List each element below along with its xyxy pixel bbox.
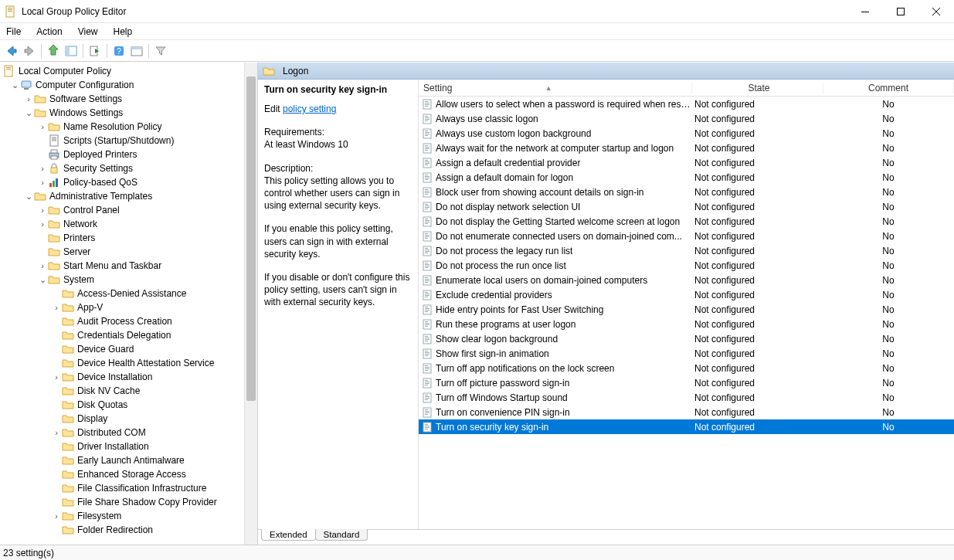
maximize-button[interactable] [883,0,918,22]
show-hide-tree-button[interactable] [63,42,80,59]
tree-item[interactable]: ›Control Panel [2,203,257,217]
policy-row[interactable]: Do not process the run once listNot conf… [419,258,954,273]
navigation-tree[interactable]: Local Computer Policy ⌄ Computer Configu… [0,63,258,545]
policy-row[interactable]: Turn on convenience PIN sign-inNot confi… [419,405,954,419]
tree-item[interactable]: ›Policy-based QoS [2,175,257,189]
policy-row[interactable]: Show first sign-in animationNot configur… [419,346,954,361]
tree-system[interactable]: ⌄System [2,273,257,287]
expand-icon[interactable]: ⌄ [37,275,48,285]
tree-item[interactable]: Credentials Delegation [2,328,257,342]
expand-icon[interactable]: › [37,122,48,131]
tree-item[interactable]: Server [2,245,257,259]
policy-row[interactable]: Do not display network selection UINot c… [419,199,954,214]
filter-button[interactable] [152,42,169,59]
properties-button[interactable] [128,42,145,59]
expand-icon[interactable]: ⌄ [9,80,20,90]
menu-view[interactable]: View [78,26,98,37]
tree-windows-settings[interactable]: ⌄ Windows Settings [2,106,257,120]
scrollbar-thumb[interactable] [246,76,256,401]
policy-row[interactable]: Turn off picture password sign-inNot con… [419,375,954,390]
tree-item[interactable]: Disk Quotas [2,398,257,412]
policy-row[interactable]: Allow users to select when a password is… [419,97,954,111]
expand-icon[interactable]: › [37,261,48,270]
up-button[interactable] [45,42,62,59]
tree-item[interactable]: File Classification Infrastructure [2,481,257,495]
tree-item[interactable]: Access-Denied Assistance [2,287,257,300]
policy-row[interactable]: Always use classic logonNot configuredNo [419,111,954,126]
tree-item[interactable]: ›Start Menu and Taskbar [2,259,257,273]
expand-icon[interactable]: › [23,94,34,104]
expand-icon[interactable]: › [51,372,62,382]
minimize-button[interactable] [847,0,883,22]
tree-item[interactable]: Device Guard [2,342,257,356]
tree-item[interactable]: File Share Shadow Copy Provider [2,495,257,509]
tree-item[interactable]: ›Device Installation [2,370,257,384]
policy-row[interactable]: Hide entry points for Fast User Switchin… [419,302,954,317]
policy-row[interactable]: Turn off Windows Startup soundNot config… [419,390,954,405]
tree-item[interactable]: Display [2,412,257,426]
policy-row[interactable]: Do not enumerate connected users on doma… [419,229,954,243]
tree-software-settings[interactable]: › Software Settings [2,92,257,106]
tree-label: Scripts (Startup/Shutdown) [63,135,174,146]
expand-icon[interactable]: › [37,178,48,187]
expand-icon[interactable]: › [51,303,62,312]
svg-rect-98 [425,308,429,309]
policy-row[interactable]: Do not process the legacy run listNot co… [419,243,954,258]
column-setting[interactable]: Setting ▲ [419,83,691,93]
tree-item[interactable]: ›App-V [2,300,257,314]
expand-icon[interactable]: ⌄ [23,192,34,202]
tree-item[interactable]: ›Filesystem [2,509,257,523]
tab-standard[interactable]: Standard [315,529,368,541]
expand-icon[interactable]: › [37,219,48,229]
policy-row[interactable]: Exclude credential providersNot configur… [419,287,954,302]
tree-item[interactable]: Device Health Attestation Service [2,356,257,370]
tree-item[interactable]: Disk NV Cache [2,384,257,398]
tree-item[interactable]: ›Distributed COM [2,426,257,440]
policy-row[interactable]: Show clear logon backgroundNot configure… [419,331,954,346]
tree-item[interactable]: Driver Installation [2,440,257,453]
menu-file[interactable]: File [6,26,21,37]
expand-icon[interactable]: › [37,164,48,173]
policy-row[interactable]: Enumerate local users on domain-joined c… [419,273,954,287]
tree-item[interactable]: ›Name Resolution Policy [2,120,257,134]
column-state[interactable]: State [691,83,823,93]
policy-row[interactable]: Always use custom logon backgroundNot co… [419,126,954,141]
tree-administrative-templates[interactable]: ⌄ Administrative Templates [2,189,257,203]
policy-row[interactable]: Assign a default domain for logonNot con… [419,170,954,185]
expand-icon[interactable]: › [51,511,62,521]
tree-item[interactable]: ›Security Settings [2,161,257,175]
expand-icon[interactable]: ⌄ [23,108,34,118]
menu-action[interactable]: Action [36,26,62,37]
policy-row[interactable]: Turn on security key sign-inNot configur… [419,419,954,434]
expand-icon[interactable]: › [51,428,62,437]
tree-item[interactable]: Deployed Printers [2,148,257,161]
tree-item[interactable]: Early Launch Antimalware [2,453,257,467]
tree-item[interactable]: Audit Process Creation [2,314,257,328]
tree-item[interactable]: ›Network [2,217,257,231]
list-header[interactable]: Setting ▲ State Comment [419,80,954,97]
expand-icon[interactable]: › [37,205,48,215]
policy-row[interactable]: Always wait for the network at computer … [419,141,954,155]
column-comment[interactable]: Comment [823,83,954,93]
tree-item[interactable]: Printers [2,231,257,245]
tree-root[interactable]: Local Computer Policy [2,64,257,78]
forward-button[interactable] [21,42,38,59]
tab-extended[interactable]: Extended [261,529,316,541]
tree-item[interactable]: Folder Redirection [2,523,257,537]
edit-policy-link[interactable]: policy setting [283,104,336,114]
back-button[interactable] [3,42,20,59]
export-button[interactable] [87,42,104,59]
policy-row[interactable]: Assign a default credential providerNot … [419,155,954,170]
menu-help[interactable]: Help [114,26,133,37]
tree-item[interactable]: Scripts (Startup/Shutdown) [2,134,257,148]
tree-item[interactable]: Enhanced Storage Access [2,467,257,481]
svg-rect-129 [425,398,429,399]
close-button[interactable] [918,0,954,22]
help-button[interactable]: ? [110,42,127,59]
tree-computer-configuration[interactable]: ⌄ Computer Configuration [2,78,257,92]
tree-scrollbar[interactable] [244,63,257,545]
policy-row[interactable]: Run these programs at user logonNot conf… [419,317,954,331]
policy-row[interactable]: Turn off app notifications on the lock s… [419,361,954,375]
policy-row[interactable]: Block user from showing account details … [419,185,954,199]
policy-row[interactable]: Do not display the Getting Started welco… [419,214,954,229]
